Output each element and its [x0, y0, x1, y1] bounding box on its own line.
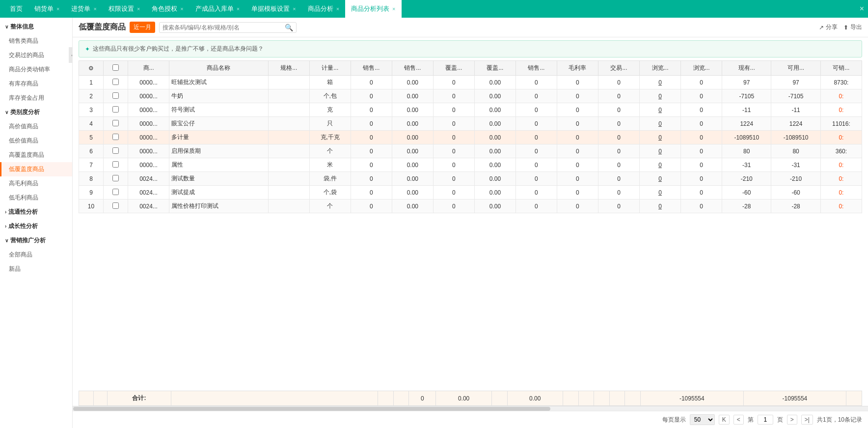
- table-container[interactable]: ⚙ 商... 商品名称 规格... 计量... 销售... 销售... 覆盖..…: [73, 60, 868, 391]
- nav-close-all-button[interactable]: ×: [860, 4, 864, 13]
- table-cell: 0: [351, 200, 392, 213]
- sidebar-item-low-coverage[interactable]: 低覆盖度商品: [0, 162, 72, 176]
- nav-tab-roles[interactable]: 角色授权 ×: [146, 0, 189, 18]
- horizontal-scrollbar[interactable]: [73, 406, 868, 411]
- table-cell[interactable]: 0: [640, 144, 681, 158]
- sidebar-collapse-button[interactable]: «: [69, 47, 73, 63]
- sidebar-section-flow[interactable]: › 流通性分析: [0, 205, 72, 219]
- select-all-checkbox[interactable]: [112, 64, 119, 71]
- nav-tab-analysis-list[interactable]: 商品分析列表 ×: [345, 0, 401, 18]
- nav-tab-products[interactable]: 产成品入库单 ×: [190, 0, 245, 18]
- nav-tab-close[interactable]: ×: [137, 6, 140, 12]
- nav-tab-close-active[interactable]: ×: [392, 6, 395, 12]
- table-cell[interactable]: [104, 144, 128, 158]
- search-input[interactable]: [163, 24, 285, 31]
- first-page-button[interactable]: K: [719, 415, 730, 425]
- arrow-right-icon: ›: [5, 224, 6, 229]
- search-icon[interactable]: 🔍: [285, 24, 293, 31]
- table-cell[interactable]: [104, 200, 128, 213]
- table-cell: 0: [557, 89, 598, 103]
- nav-tab-sales[interactable]: 销货单 ×: [28, 0, 65, 18]
- table-cell: 0: [433, 144, 474, 158]
- sidebar-item-sales-goods[interactable]: 销售类商品: [0, 34, 72, 48]
- table-cell[interactable]: [104, 186, 128, 200]
- table-cell[interactable]: [104, 76, 128, 89]
- date-filter-button[interactable]: 近一月: [130, 22, 155, 33]
- share-button[interactable]: ↗ 分享: [819, 23, 838, 31]
- table-cell: 360:: [820, 144, 862, 158]
- summary-label: 合计:: [132, 395, 146, 401]
- row-checkbox[interactable]: [112, 92, 119, 99]
- table-cell[interactable]: 0: [640, 172, 681, 186]
- table-cell[interactable]: 0: [640, 103, 681, 117]
- row-checkbox[interactable]: [112, 175, 119, 181]
- row-checkbox[interactable]: [112, 161, 119, 168]
- column-coverage-b: 覆盖...: [474, 61, 515, 76]
- table-cell[interactable]: 0: [640, 158, 681, 172]
- sidebar-item-new-goods[interactable]: 新品: [0, 262, 72, 276]
- nav-tab-home[interactable]: 首页: [4, 0, 28, 18]
- sidebar-section-category[interactable]: ∨ 类别度分析: [0, 105, 72, 119]
- table-cell[interactable]: 0: [640, 76, 681, 89]
- nav-tab-permissions[interactable]: 权限设置 ×: [103, 0, 146, 18]
- page-input[interactable]: [758, 415, 773, 425]
- row-checkbox[interactable]: [112, 79, 119, 85]
- table-cell: [268, 117, 309, 131]
- sidebar-item-capital-usage[interactable]: 库存资金占用: [0, 91, 72, 105]
- nav-tab-close[interactable]: ×: [56, 6, 59, 12]
- nav-tab-templates[interactable]: 单据模板设置 ×: [245, 0, 301, 18]
- export-button[interactable]: ⬆ 导出: [843, 23, 862, 31]
- table-cell: 0.00: [392, 103, 433, 117]
- table-cell[interactable]: [104, 103, 128, 117]
- nav-tab-close[interactable]: ×: [293, 6, 296, 12]
- content-header: 低覆盖度商品 近一月 🔍 ↗ 分享 ⬆ 导出: [73, 18, 868, 37]
- sidebar-item-high-margin[interactable]: 高毛利商品: [0, 176, 72, 191]
- table-cell: 0: [433, 103, 474, 117]
- per-page-select[interactable]: 50 20 100 200: [690, 414, 715, 425]
- sidebar-item-traded-goods[interactable]: 交易过的商品: [0, 48, 72, 62]
- scrollbar-thumb[interactable]: [73, 407, 550, 411]
- table-cell[interactable]: 0: [640, 200, 681, 213]
- table-cell[interactable]: [104, 89, 128, 103]
- table-cell[interactable]: 0: [640, 89, 681, 103]
- table-cell[interactable]: [104, 172, 128, 186]
- last-page-button[interactable]: >|: [801, 415, 813, 425]
- sidebar-section-overall[interactable]: ∨ 整体信息: [0, 20, 72, 34]
- sidebar-item-in-stock[interactable]: 有库存商品: [0, 77, 72, 91]
- row-checkbox[interactable]: [112, 106, 119, 113]
- nav-tab-close[interactable]: ×: [93, 6, 96, 12]
- table-cell[interactable]: 0: [640, 131, 681, 144]
- nav-tab-close[interactable]: ×: [336, 6, 339, 12]
- table-cell[interactable]: 0: [640, 186, 681, 200]
- prev-page-button[interactable]: <: [733, 415, 744, 425]
- page-end-label: 页: [777, 416, 783, 424]
- row-checkbox[interactable]: [112, 189, 119, 195]
- sidebar-item-all-goods[interactable]: 全部商品: [0, 248, 72, 262]
- table-cell[interactable]: [104, 117, 128, 131]
- sidebar-item-low-margin[interactable]: 低毛利商品: [0, 191, 72, 205]
- sidebar-item-high-value[interactable]: 高价值商品: [0, 119, 72, 134]
- sidebar-item-high-coverage[interactable]: 高覆盖度商品: [0, 148, 72, 162]
- nav-tab-purchase[interactable]: 进货单 ×: [65, 0, 102, 18]
- next-page-button[interactable]: >: [787, 415, 797, 425]
- sidebar-item-low-value[interactable]: 低价值商品: [0, 134, 72, 148]
- nav-tab-close[interactable]: ×: [237, 6, 240, 12]
- row-checkbox[interactable]: [112, 134, 119, 140]
- table-cell[interactable]: [104, 158, 128, 172]
- row-checkbox[interactable]: [112, 120, 119, 126]
- table-cell: 1: [79, 76, 104, 89]
- table-cell: -28: [722, 200, 771, 213]
- table-cell: 11016:: [820, 117, 862, 131]
- table-cell[interactable]: 0: [640, 117, 681, 131]
- nav-tab-close[interactable]: ×: [180, 6, 183, 12]
- sidebar-section-growth[interactable]: › 成长性分析: [0, 219, 72, 233]
- column-settings[interactable]: ⚙: [79, 61, 104, 76]
- row-checkbox[interactable]: [112, 147, 119, 154]
- sidebar-section-marketing[interactable]: ∨ 营销推广分析: [0, 233, 72, 248]
- pagination-bar: 每页显示 50 20 100 200 K < 第 页 > >| 共1页，10条记…: [73, 411, 868, 428]
- table-cell: 0: [598, 200, 639, 213]
- nav-tab-analysis[interactable]: 商品分析 ×: [302, 0, 345, 18]
- table-cell[interactable]: [104, 131, 128, 144]
- sidebar-item-category-turnover[interactable]: 商品分类动销率: [0, 62, 72, 77]
- row-checkbox[interactable]: [112, 202, 119, 209]
